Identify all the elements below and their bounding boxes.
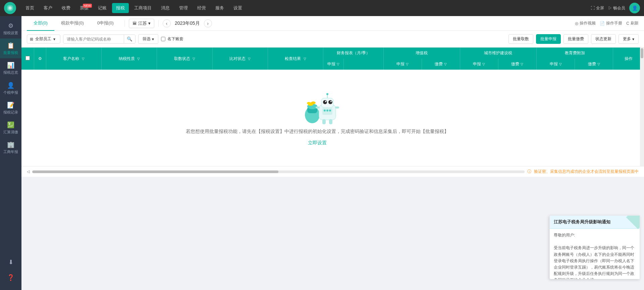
sidebar: ⚙ 报税设置 📋 批量报税 📊 报税总览 👤 个税申报 📝 报税记录 💹 汇算清… bbox=[0, 16, 21, 290]
search-input[interactable] bbox=[63, 35, 124, 43]
next-month-btn[interactable]: › bbox=[204, 19, 212, 27]
region-chevron: ▾ bbox=[148, 21, 151, 26]
prev-month-btn[interactable]: ‹ bbox=[163, 19, 171, 27]
employee-dropdown[interactable]: ⊞ 全部员工 ▾ bbox=[27, 34, 60, 44]
tab-zero-submit[interactable]: 0申报(0) bbox=[91, 16, 120, 31]
user-avatar[interactable]: 👤 bbox=[629, 3, 640, 13]
app-logo[interactable] bbox=[4, 2, 16, 14]
notification-body: 尊敬的用户:受当前电子税务局进一步升级的影响，同一个政务网账号（办税人）名下的企… bbox=[550, 229, 640, 279]
city-pay-col[interactable]: 缴费▽ bbox=[498, 59, 536, 70]
vat-pay-col[interactable]: 缴费▽ bbox=[422, 59, 460, 70]
tab-bar: 全部(0) 税款申报(0) 0申报(0) 🏛 江苏 ▾ ‹ 2023年05月 › bbox=[21, 16, 644, 31]
notif-corner bbox=[626, 216, 640, 229]
logo-icon bbox=[4, 2, 16, 14]
status-update-btn[interactable]: 状态更新 bbox=[591, 34, 616, 44]
customer-name-col[interactable]: 客户名称 ▽ bbox=[46, 48, 102, 70]
tax-type-col[interactable]: 纳税性质 ▽ bbox=[102, 48, 157, 70]
more-btn[interactable]: 更多 ▾ bbox=[619, 34, 639, 44]
compare-status-col[interactable]: 比对状态 ▽ bbox=[212, 48, 268, 70]
check-result-col[interactable]: 检查结果 ▽ bbox=[268, 48, 323, 70]
sidebar-item-tax-overview[interactable]: 📊 报税总览 bbox=[0, 58, 21, 78]
warn-icon: ⓘ bbox=[527, 169, 531, 174]
data-table: ⚙ 客户名称 ▽ 纳税性质 ▽ 取数状态 bbox=[21, 48, 644, 166]
help-icon: ❓ bbox=[7, 274, 14, 281]
sidebar-label-tax-records: 报税记录 bbox=[3, 110, 18, 115]
sidebar-item-personal-tax[interactable]: 👤 个税申报 bbox=[0, 78, 21, 98]
month-navigation: ‹ 2023年05月 › bbox=[163, 19, 212, 27]
nav-manage[interactable]: 管理 bbox=[175, 3, 192, 13]
filter-chevron: ▾ bbox=[152, 37, 154, 42]
customer-filter-icon: ▽ bbox=[82, 57, 85, 61]
svg-point-6 bbox=[307, 102, 311, 104]
batch-pay-btn[interactable]: 批量缴费 bbox=[564, 34, 588, 44]
svg-point-14 bbox=[326, 93, 328, 95]
financial-submit-col[interactable]: 申报▽ bbox=[323, 59, 344, 70]
employee-table-icon: ⊞ bbox=[30, 37, 33, 42]
financial-report-col: 财务报表（月/季） bbox=[323, 48, 383, 59]
setup-link[interactable]: 立即设置 bbox=[308, 140, 327, 146]
nav-customer[interactable]: 客户 bbox=[40, 3, 56, 13]
nav-home[interactable]: 首页 bbox=[21, 3, 38, 13]
nav-settings[interactable]: 设置 bbox=[229, 3, 246, 13]
toolbar-right: 批量取数 批量申报 批量缴费 状态更新 更多 ▾ bbox=[508, 34, 639, 44]
main-layout: ⚙ 报税设置 📋 批量报税 📊 报税总览 👤 个税申报 📝 报税记录 💹 汇算清… bbox=[0, 16, 644, 290]
sidebar-item-annual-report[interactable]: 🏢 工商年报 bbox=[0, 138, 21, 157]
sidebar-label-tax-overview: 报税总览 bbox=[3, 70, 18, 75]
svg-point-10 bbox=[328, 100, 332, 104]
sidebar-item-tax-settings[interactable]: ⚙ 报税设置 bbox=[0, 19, 21, 39]
toolbar: ⊞ 全部员工 ▾ 🔍 筛选 ▾ 名下账套 批量取数 批量申报 批量缴费 状态更新 bbox=[21, 31, 644, 48]
city-submit-col[interactable]: 申报▽ bbox=[460, 59, 498, 70]
nav-message[interactable]: 消息 bbox=[157, 3, 174, 13]
region-dropdown[interactable]: 🏛 江苏 ▾ bbox=[129, 19, 154, 28]
sidebar-label-annual-report: 工商年报 bbox=[3, 150, 18, 154]
sidebar-item-settlement[interactable]: 💹 汇算清缴 bbox=[0, 118, 21, 138]
filter-btn[interactable]: 筛选 ▾ bbox=[138, 34, 158, 44]
tab-tax-submit[interactable]: 税款申报(0) bbox=[54, 16, 91, 31]
horizontal-scrollbar[interactable] bbox=[32, 170, 525, 173]
nav-accounting[interactable]: 记账 bbox=[94, 3, 111, 13]
refresh-btn[interactable]: C 刷新 bbox=[626, 20, 639, 26]
vip-btn[interactable]: ▷ 畅会员 bbox=[608, 5, 625, 11]
batch-submit-btn[interactable]: 批量申报 bbox=[536, 34, 561, 44]
vip-icon: ▷ bbox=[608, 6, 612, 10]
sidebar-item-batch-tax[interactable]: 📋 批量报税 bbox=[0, 39, 21, 58]
settings-icon: ⚙ bbox=[38, 56, 42, 61]
underaccount-checkbox[interactable] bbox=[161, 37, 165, 41]
sidebar-help[interactable]: ❓ bbox=[6, 271, 16, 285]
sidebar-label-settlement: 汇算清缴 bbox=[3, 130, 18, 134]
top-nav-right: ⛶ 全屏 ▷ 畅会员 👤 bbox=[591, 3, 640, 13]
select-all-checkbox[interactable] bbox=[25, 56, 30, 60]
operation-video-btn[interactable]: ◎ 操作视频 bbox=[575, 20, 596, 26]
nav-business[interactable]: 工商项目 bbox=[130, 3, 156, 13]
sidebar-item-tax-records[interactable]: 📝 报税记录 bbox=[0, 98, 21, 118]
search-btn[interactable]: 🔍 bbox=[124, 35, 135, 43]
nav-operation[interactable]: 经营 bbox=[193, 3, 210, 13]
sidebar-download[interactable]: ⬇ bbox=[6, 255, 16, 269]
employee-label: 全部员工 bbox=[35, 36, 51, 42]
operation-manual-btn[interactable]: 📄 操作手册 bbox=[600, 20, 622, 26]
region-label: 江苏 bbox=[138, 20, 147, 26]
edu-surcharge-col: 教育费附加 bbox=[537, 48, 613, 59]
batch-tax-icon: 📋 bbox=[7, 42, 14, 49]
table-container: ⚙ 客户名称 ▽ 纳税性质 ▽ 取数状态 bbox=[21, 48, 644, 166]
nav-invoice[interactable]: 票据 NEW bbox=[76, 3, 93, 13]
invoice-badge: NEW bbox=[83, 4, 92, 8]
nav-tax[interactable]: 报税 bbox=[112, 3, 129, 13]
batch-fetch-btn[interactable]: 批量取数 bbox=[508, 34, 533, 44]
tab-all[interactable]: 全部(0) bbox=[27, 16, 54, 31]
video-icon: ◎ bbox=[575, 21, 578, 26]
svg-point-9 bbox=[323, 100, 327, 104]
edu-submit-col[interactable]: 申报▽ bbox=[537, 59, 575, 70]
annual-report-icon: 🏢 bbox=[7, 141, 14, 148]
fullscreen-btn[interactable]: ⛶ 全屏 bbox=[591, 5, 604, 11]
edu-pay-col[interactable]: 缴费▽ bbox=[575, 59, 613, 70]
content-scrollbar[interactable] bbox=[640, 48, 644, 166]
notification-panel: 江苏电子税务局升级影响通知 × 尊敬的用户:受当前电子税务局进一步升级的影响，同… bbox=[549, 215, 640, 279]
fetch-status-col[interactable]: 取数状态 ▽ bbox=[157, 48, 212, 70]
empty-main-text: 若您想使用批量报税功能，请先在【报税设置】中进行报税的初始化设置，完成密码验证和… bbox=[186, 129, 449, 135]
nav-fee[interactable]: 收费 bbox=[58, 3, 74, 13]
nav-service[interactable]: 服务 bbox=[211, 3, 228, 13]
vat-submit-col[interactable]: 申报▽ bbox=[383, 59, 422, 70]
region-selector: 🏛 江苏 ▾ bbox=[129, 19, 154, 28]
underaccount-checkbox-label[interactable]: 名下账套 bbox=[161, 36, 183, 42]
